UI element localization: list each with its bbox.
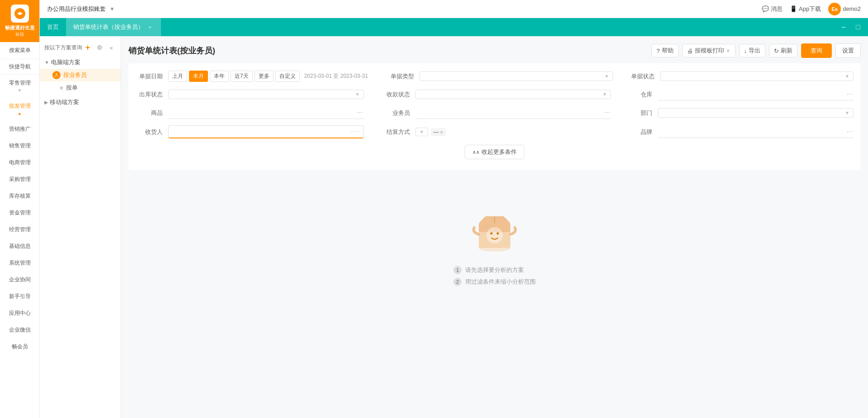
print-btn[interactable]: 🖨 按模板打印 ▼ xyxy=(682,44,736,57)
receiver-control: ··· xyxy=(168,125,364,138)
goods-label: 商品 xyxy=(136,109,163,117)
tree-item-by-salesman[interactable]: 人 按业务员 xyxy=(40,69,121,81)
tree-item-by-order[interactable]: ≡ 按单 xyxy=(40,81,121,94)
brand-control: ··· xyxy=(658,126,854,138)
sidebar-item-retail[interactable]: 零售管理 ▼ xyxy=(0,75,39,98)
collapse-row: ∧∧ 收起更多条件 xyxy=(136,145,854,159)
date-filter-control: 上月 本月 本年 近7天 更多 自定义 2023-03-01 至 2023-03… xyxy=(168,71,368,82)
sidebar-item-wechat[interactable]: 企业微信 xyxy=(0,322,39,338)
salesman-control: ··· xyxy=(415,107,611,119)
export-btn[interactable]: ↓ 导出 xyxy=(739,44,766,57)
sidebar-item-system[interactable]: 系统管理 xyxy=(0,255,39,271)
ship-status-label: 出库状态 xyxy=(136,90,163,99)
scheme-settings-btn[interactable]: ⚙ xyxy=(94,43,104,52)
settlement-tag-close[interactable]: × xyxy=(440,129,443,135)
tab-home[interactable]: 首页 xyxy=(40,18,66,36)
settings-btn[interactable]: 设置 xyxy=(835,43,861,58)
print-icon: 🖨 xyxy=(687,48,693,54)
message-btn[interactable]: 💬 消息 xyxy=(762,5,783,13)
settings-icon: ⚙ xyxy=(97,44,103,51)
tree-mobile-expand-icon: ▶ xyxy=(44,100,48,105)
payment-status-dropdown-icon: ▼ xyxy=(602,92,607,97)
payment-status-select[interactable]: ▼ xyxy=(415,90,611,99)
sidebar-item-marketing[interactable]: 营销推广 xyxy=(0,121,39,138)
collapse-btn[interactable]: ∧∧ 收起更多条件 xyxy=(465,145,524,159)
empty-illustration xyxy=(467,203,522,257)
brand-input[interactable]: ··· xyxy=(658,126,854,138)
sidebar-item-member[interactable]: 畅会员 xyxy=(0,338,39,355)
tree-mobile-solutions[interactable]: ▶ 移动端方案 xyxy=(40,96,121,109)
tab-close-btn[interactable]: × xyxy=(146,24,154,31)
ship-status-control: ▼ xyxy=(168,90,364,99)
dept-select[interactable]: ▼ xyxy=(658,108,854,118)
date-range-display: 2023-03-01 至 2023-03-31 xyxy=(304,72,368,80)
tip-num-2: 2 xyxy=(453,278,462,286)
ship-status-select[interactable]: ▼ xyxy=(168,90,364,99)
svg-point-1 xyxy=(19,12,21,15)
workspace-dropdown-icon[interactable]: ▼ xyxy=(109,6,115,12)
main-area: 办公用品行业模拟账套 ▼ 💬 消息 📱 App下载 Ea demo2 首页 xyxy=(40,0,868,418)
settlement-label: 结算方式 xyxy=(383,128,410,136)
filter-row-2: 出库状态 ▼ 收款状态 ▼ 仓库 xyxy=(136,88,854,100)
sidebar-item-enterprise[interactable]: 企业协同 xyxy=(0,271,39,288)
top-header: 办公用品行业模拟账套 ▼ 💬 消息 📱 App下载 Ea demo2 xyxy=(40,0,868,18)
sidebar-item-apps[interactable]: 应用中心 xyxy=(0,305,39,322)
print-dropdown-icon: ▼ xyxy=(726,48,731,53)
left-panel-header: 按以下方案查询 + ⚙ « xyxy=(40,40,121,55)
tree-expand-icon: ▼ xyxy=(44,60,49,65)
sidebar-quick-nav[interactable]: 快捷导航 xyxy=(0,59,39,75)
tree-section-mobile: ▶ 移动端方案 xyxy=(40,95,121,109)
collapse-panel-btn[interactable]: « xyxy=(106,43,116,52)
ship-status-dropdown-icon: ▼ xyxy=(355,92,360,97)
sidebar-search[interactable]: 搜索菜单 xyxy=(0,42,39,59)
settlement-dropdown-icon: ▼ xyxy=(420,129,424,134)
doc-status-select[interactable]: ▼ xyxy=(660,71,854,81)
salesman-input[interactable]: ··· xyxy=(415,107,611,119)
date-label: 单据日期 xyxy=(136,72,163,81)
avatar: Ea xyxy=(828,3,841,15)
tab-active[interactable]: 销货单统计表（按业务员） × xyxy=(66,18,161,36)
date-last7-btn[interactable]: 近7天 xyxy=(231,71,253,82)
sidebar-item-operations[interactable]: 经营管理 xyxy=(0,221,39,238)
workspace-selector[interactable]: 办公用品行业模拟账套 ▼ xyxy=(47,5,115,13)
date-more-btn[interactable]: 更多 xyxy=(255,71,274,82)
query-btn[interactable]: 查询 xyxy=(801,43,832,58)
tree-pc-solutions[interactable]: ▼ 电脑端方案 xyxy=(40,56,121,69)
sidebar-item-inventory[interactable]: 库存核算 xyxy=(0,188,39,204)
warehouse-input[interactable]: ··· xyxy=(658,88,854,100)
sidebar-item-wholesale[interactable]: 批发管理 ▲ xyxy=(0,98,39,121)
sidebar-item-basic[interactable]: 基础信息 xyxy=(0,238,39,255)
empty-tip-1: 1 请先选择要分析的方案 xyxy=(453,266,536,274)
sidebar-item-finance[interactable]: 资金管理 xyxy=(0,204,39,221)
tree-section-pc: ▼ 电脑端方案 人 按业务员 ≡ 按单 xyxy=(40,55,121,95)
minimize-btn[interactable]: − xyxy=(837,21,850,33)
settlement-control: ▼ — × xyxy=(415,128,611,136)
date-this-month-btn[interactable]: 本月 xyxy=(189,71,208,82)
user-profile[interactable]: Ea demo2 xyxy=(828,3,861,15)
maximize-btn[interactable]: □ xyxy=(852,21,864,33)
dept-label: 部门 xyxy=(625,109,652,117)
sidebar-item-ecommerce[interactable]: 电商管理 xyxy=(0,154,39,171)
help-btn[interactable]: ? 帮助 xyxy=(651,44,678,57)
salesman-label: 业务员 xyxy=(383,109,410,117)
date-custom-btn[interactable]: 自定义 xyxy=(275,71,300,82)
doc-type-select[interactable]: ▼ xyxy=(420,71,613,81)
add-scheme-btn[interactable]: + xyxy=(83,43,93,52)
date-last-month-btn[interactable]: 上月 xyxy=(168,71,187,82)
doc-status-label: 单据状态 xyxy=(627,72,655,81)
receiver-input[interactable]: ··· xyxy=(168,125,364,138)
app-download-btn[interactable]: 📱 App下载 xyxy=(790,5,821,13)
settlement-tag: — × xyxy=(431,128,446,136)
goods-input[interactable]: ··· xyxy=(168,107,364,119)
page-title: 销货单统计表(按业务员) xyxy=(128,45,215,56)
sidebar-item-purchase[interactable]: 采购管理 xyxy=(0,171,39,188)
logo-subtitle: 标版 xyxy=(15,31,24,38)
left-panel: 按以下方案查询 + ⚙ « ▼ 电脑端方案 人 xyxy=(40,36,121,418)
settlement-select[interactable]: ▼ xyxy=(415,128,428,136)
doc-status-dropdown-icon: ▼ xyxy=(845,74,849,79)
date-this-year-btn[interactable]: 本年 xyxy=(210,71,229,82)
sidebar-item-sales[interactable]: 销售管理 xyxy=(0,138,39,154)
tab-window-actions: − □ xyxy=(837,21,868,33)
refresh-btn[interactable]: ↻ 刷新 xyxy=(769,44,797,57)
sidebar-item-newbie[interactable]: 新手引导 xyxy=(0,288,39,305)
